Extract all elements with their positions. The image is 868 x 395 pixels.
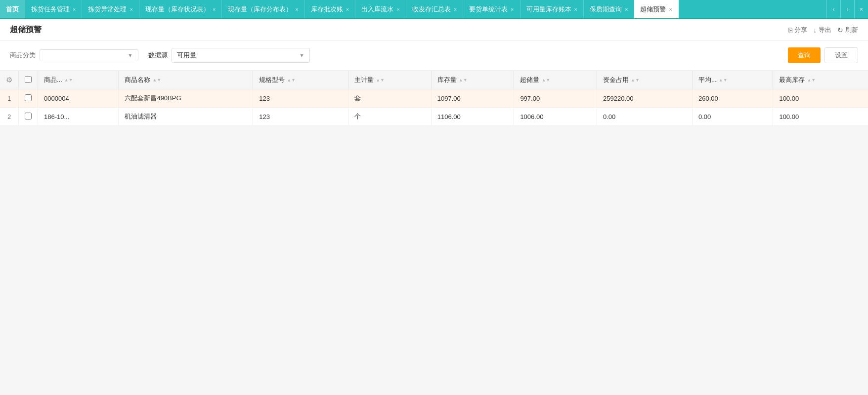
nav-tab-5-label: 库存批次账 (311, 5, 343, 14)
refresh-icon: ↻ (837, 26, 843, 34)
td-row-num-1: 2 (0, 108, 19, 126)
th-over-stock[interactable]: 超储量 ▲▼ (514, 71, 597, 89)
nav-tab-7[interactable]: 收发存汇总表 × (406, 0, 463, 19)
row-checkbox-1[interactable] (25, 113, 32, 119)
nav-close-button[interactable]: × (854, 0, 868, 19)
page-header: 超储预警 ⎘ 分享 ↓ 导出 ↻ 刷新 (0, 19, 868, 40)
row-checkbox-0[interactable] (25, 94, 32, 101)
share-icon: ⎘ (788, 26, 792, 34)
th-stock[interactable]: 库存量 ▲▼ (431, 71, 514, 89)
table-header-row: ⚙ 商品... ▲▼ 商品名称 ▲▼ (0, 71, 868, 89)
nav-tab-9-close[interactable]: × (574, 6, 577, 12)
sort-icon-stock: ▲▼ (459, 78, 468, 82)
category-select-arrow: ▼ (128, 52, 133, 58)
sort-icon-product-code: ▲▼ (64, 78, 73, 82)
td-spec-0: 123 (253, 89, 348, 108)
nav-arrow-group: ‹ › × (826, 0, 868, 19)
datasource-label: 数据源 (148, 51, 168, 60)
refresh-button[interactable]: ↻ 刷新 (837, 26, 858, 35)
th-spec[interactable]: 规格型号 ▲▼ (253, 71, 348, 89)
td-max-stock-0: 100.00 (773, 89, 868, 108)
datasource-filter: 数据源 可用量 ▼ (148, 48, 310, 63)
top-navigation: 首页 拣货任务管理 × 拣货异常处理 × 现存量（库存状况表） × 现存量（库存… (0, 0, 868, 19)
nav-next-button[interactable]: › (840, 0, 854, 19)
td-stock-1: 1106.00 (431, 108, 514, 126)
nav-tab-11[interactable]: 超储预警 × (634, 0, 678, 19)
export-button[interactable]: ↓ 导出 (813, 26, 831, 35)
share-button[interactable]: ⎘ 分享 (788, 26, 807, 35)
table-row: 2 186-10... 机油滤清器 123 个 1106.00 1006.00 … (0, 108, 868, 126)
sort-icon-max-stock: ▲▼ (807, 78, 816, 82)
nav-home-label: 首页 (6, 5, 19, 14)
nav-tab-10-close[interactable]: × (625, 6, 628, 12)
nav-tab-9-label: 可用量库存账本 (526, 5, 571, 14)
nav-tab-8-close[interactable]: × (511, 6, 514, 12)
sort-icon-over-stock: ▲▼ (541, 78, 550, 82)
nav-tab-7-label: 收发存汇总表 (412, 5, 451, 14)
td-stock-0: 1097.00 (431, 89, 514, 108)
td-avg-0: 260.00 (693, 89, 773, 108)
filter-bar: 商品分类 ▼ 数据源 可用量 ▼ 查询 设置 (0, 40, 868, 71)
th-spec-label: 规格型号 (259, 76, 285, 84)
datasource-select-value: 可用量 (177, 51, 196, 60)
th-unit[interactable]: 主计量 ▲▼ (348, 71, 432, 89)
nav-tab-2[interactable]: 拣货异常处理 × (82, 0, 139, 19)
setting-button[interactable]: 设置 (825, 47, 858, 63)
td-product-code-1: 186-10... (38, 108, 119, 126)
nav-tab-6-label: 出入库流水 (361, 5, 393, 14)
th-over-stock-label: 超储量 (520, 76, 539, 84)
nav-tab-9[interactable]: 可用量库存账本 × (521, 0, 584, 19)
nav-tab-11-label: 超储预警 (640, 5, 666, 14)
select-all-checkbox[interactable] (25, 76, 32, 83)
th-stock-label: 库存量 (437, 76, 457, 84)
th-avg[interactable]: 平均... ▲▼ (693, 71, 773, 89)
nav-tab-3[interactable]: 现存量（库存状况表） × (139, 0, 222, 19)
th-capital[interactable]: 资金占用 ▲▼ (597, 71, 693, 89)
th-product-code[interactable]: 商品... ▲▼ (38, 71, 119, 89)
nav-tab-8-label: 要货单统计表 (469, 5, 508, 14)
nav-tab-7-close[interactable]: × (454, 6, 457, 12)
nav-tab-3-label: 现存量（库存状况表） (145, 5, 210, 14)
th-max-stock-label: 最高库存 (779, 76, 805, 84)
nav-tab-10-label: 保质期查询 (590, 5, 622, 14)
th-product-name-label: 商品名称 (125, 76, 150, 84)
gear-icon[interactable]: ⚙ (6, 76, 12, 84)
data-table-container: ⚙ 商品... ▲▼ 商品名称 ▲▼ (0, 71, 868, 126)
refresh-label: 刷新 (845, 26, 858, 35)
nav-tab-8[interactable]: 要货单统计表 × (463, 0, 520, 19)
table-body: 1 0000004 六配套新昌490BPG 123 套 1097.00 997.… (0, 89, 868, 126)
nav-tab-4[interactable]: 现存量（库存分布表） × (222, 0, 304, 19)
nav-tab-2-label: 拣货异常处理 (88, 5, 127, 14)
nav-tab-6-close[interactable]: × (396, 6, 399, 12)
nav-tab-10[interactable]: 保质期查询 × (584, 0, 634, 19)
nav-tab-2-close[interactable]: × (130, 6, 132, 12)
datasource-select[interactable]: 可用量 ▼ (172, 48, 310, 63)
td-capital-1: 0.00 (597, 108, 693, 126)
nav-tab-3-close[interactable]: × (213, 6, 216, 12)
th-capital-label: 资金占用 (603, 76, 629, 84)
td-spec-1: 123 (253, 108, 348, 126)
td-product-code-0: 0000004 (38, 89, 119, 108)
nav-tab-5-close[interactable]: × (346, 6, 349, 12)
td-row-num-0: 1 (0, 89, 19, 108)
main-content: 超储预警 ⎘ 分享 ↓ 导出 ↻ 刷新 商品分类 ▼ 数据源 (0, 19, 868, 126)
nav-tab-11-close[interactable]: × (669, 6, 672, 12)
nav-tab-6[interactable]: 出入库流水 × (355, 0, 406, 19)
nav-tab-1[interactable]: 拣货任务管理 × (25, 0, 82, 19)
th-avg-label: 平均... (698, 76, 717, 84)
nav-home[interactable]: 首页 (0, 0, 25, 19)
nav-tab-1-label: 拣货任务管理 (31, 5, 70, 14)
th-product-name[interactable]: 商品名称 ▲▼ (119, 71, 253, 89)
nav-tab-5[interactable]: 库存批次账 × (305, 0, 355, 19)
nav-prev-button[interactable]: ‹ (826, 0, 840, 19)
nav-tab-4-close[interactable]: × (295, 6, 298, 12)
td-avg-1: 0.00 (693, 108, 773, 126)
query-button[interactable]: 查询 (788, 47, 821, 63)
category-select[interactable]: ▼ (40, 49, 138, 61)
datasource-select-arrow: ▼ (299, 52, 304, 58)
sort-icon-product-name: ▲▼ (152, 78, 161, 82)
th-max-stock[interactable]: 最高库存 ▲▼ (773, 71, 868, 89)
td-max-stock-1: 100.00 (773, 108, 868, 126)
nav-tab-1-close[interactable]: × (73, 6, 76, 12)
sort-icon-capital: ▲▼ (631, 78, 640, 82)
